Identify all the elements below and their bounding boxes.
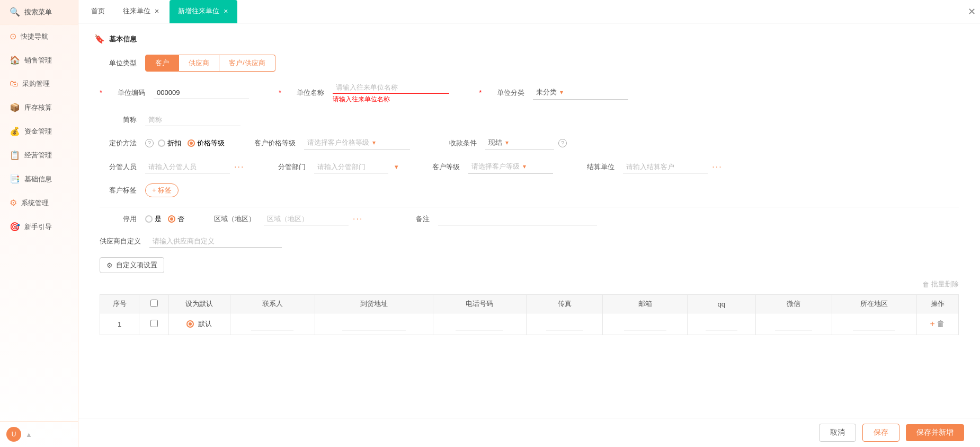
row-phone[interactable] [433,313,527,335]
unit-type-supplier[interactable]: 供应商 [179,55,219,72]
supplier-custom-input[interactable] [149,235,282,248]
region-input[interactable] [264,213,349,225]
sidebar-item-finance[interactable]: 💰 资金管理 [0,119,78,143]
pricing-label: 定价方法 [100,138,137,148]
sidebar-item-purchase[interactable]: 🛍 采购管理 [0,72,78,95]
customer-price-level-select[interactable]: 请选择客户价格等级 ▾ [304,136,410,150]
region-label: 区域（地区） [214,214,255,224]
pricing-discount-dot [158,139,165,147]
unit-code-input[interactable] [154,86,249,99]
unit-category-select[interactable]: 未分类 ▾ [533,85,628,100]
customer-level-select[interactable]: 请选择客户等级 ▾ [468,160,553,174]
select-all-checkbox[interactable] [150,300,158,307]
remark-input[interactable] [438,213,597,225]
sidebar-item-inventory[interactable]: 📦 库存核算 [0,95,78,119]
guide-icon: 🎯 [10,222,20,232]
col-phone: 电话号码 [433,295,527,313]
row-delete-button[interactable]: 🗑 [937,319,945,329]
row-default-dot [186,320,194,328]
sidebar-item-search[interactable]: 🔍 搜索菜单 [0,0,78,24]
tab-bar: 首页 往来单位 × 新增往来单位 × ✕ [78,0,980,23]
disabled-no-dot [168,215,175,223]
sidebar-item-operations[interactable]: 📋 经营管理 [0,143,78,167]
save-button[interactable]: 保存 [862,424,899,442]
tab-new-partner-close[interactable]: × [222,7,229,15]
row-area[interactable] [832,313,916,335]
sidebar-item-guide[interactable]: 🎯 新手引导 [0,215,78,239]
email-input[interactable] [624,318,666,330]
tab-new-partner[interactable]: 新增往来单位 × [170,0,237,23]
custom-settings-icon: ⚙ [106,261,113,269]
area-input[interactable] [853,318,895,330]
fax-input[interactable] [546,318,583,330]
custom-settings-section: ⚙ 自定义项设置 🗑 批量删除 序号 设为默认 联系人 到货地址 电话号码 [94,257,964,335]
col-check [139,295,168,313]
disabled-yes-dot [145,215,153,223]
remark-label: 备注 [393,214,430,224]
batch-delete-icon: 🗑 [922,281,929,288]
payment-terms-help-icon[interactable]: ? [558,139,567,147]
row-checkbox[interactable] [150,320,158,327]
batch-delete-section[interactable]: 🗑 批量删除 [100,279,959,289]
sidebar-item-basic[interactable]: 📑 基础信息 [0,167,78,191]
unit-type-both[interactable]: 客户/供应商 [219,55,275,72]
wechat-input[interactable] [775,318,812,330]
row-address[interactable] [315,313,433,335]
pricing-discount[interactable]: 折扣 [158,138,181,148]
sales-icon: 🏠 [10,55,20,65]
section-basic-info: 🔖 基本信息 [94,34,964,44]
contacts-table: 序号 设为默认 联系人 到货地址 电话号码 传真 邮箱 qq 微信 所在地区 操… [100,294,959,335]
tab-home[interactable]: 首页 [83,0,113,23]
pricing-price-level[interactable]: 价格等级 [188,138,225,148]
bottom-bar: 取消 保存 保存并新增 [78,418,980,447]
settlement-more-button[interactable]: ··· [712,162,722,172]
manager-input[interactable] [145,161,230,173]
col-fax: 传真 [526,295,602,313]
col-default: 设为默认 [168,295,230,313]
custom-settings-button[interactable]: ⚙ 自定义项设置 [100,257,164,273]
unit-type-customer[interactable]: 客户 [145,55,179,72]
phone-input[interactable] [456,318,503,330]
row-qq[interactable] [688,313,755,335]
disabled-yes[interactable]: 是 [145,214,162,224]
region-more-button[interactable]: ··· [353,214,363,224]
sidebar-bottom: U ▲ [0,421,78,447]
contact-input[interactable] [251,318,293,330]
manager-more-button[interactable]: ··· [234,162,244,172]
table-body: 1 默认 [100,313,959,335]
row-add-button[interactable]: + [930,319,934,329]
row-email[interactable] [603,313,688,335]
main: 首页 往来单位 × 新增往来单位 × ✕ 🔖 基本信息 单位类型 客户 供应商 … [78,0,980,447]
purchase-icon: 🛍 [10,79,18,89]
add-tag-button[interactable]: + 标签 [145,183,179,197]
row-wechat[interactable] [755,313,832,335]
save-new-button[interactable]: 保存并新增 [906,424,964,441]
alias-input[interactable] [145,113,240,126]
pricing-row: 定价方法 ? 折扣 价格等级 客户价格等级 请选择客户价格等级 ▾ [100,136,959,150]
disabled-no[interactable]: 否 [168,214,184,224]
tab-partners[interactable]: 往来单位 × [114,0,168,23]
sidebar-item-system[interactable]: ⚙ 系统管理 [0,191,78,215]
col-contact: 联系人 [230,295,315,313]
pricing-help-icon[interactable]: ? [145,139,154,147]
unit-name-error: 请输入往来单位名称 [333,95,449,104]
qq-input[interactable] [706,318,737,330]
row-default-label: 默认 [198,319,212,329]
address-input[interactable] [342,318,406,330]
close-all-tabs-button[interactable]: ✕ [968,6,976,17]
content-area: 🔖 基本信息 单位类型 客户 供应商 客户/供应商 * 单位编码 * 单位名称 [78,23,980,418]
form-divider [100,207,959,207]
cancel-button[interactable]: 取消 [819,424,856,442]
settlement-unit-input[interactable] [623,161,708,173]
row-default-radio[interactable]: 默认 [174,319,225,329]
tab-partners-close[interactable]: × [154,7,160,15]
unit-name-input[interactable] [333,81,449,94]
col-seq: 序号 [100,295,139,313]
row-contact[interactable] [230,313,315,335]
sidebar-item-quick-nav[interactable]: ⊙ 快捷导航 [0,24,78,48]
payment-terms-select[interactable]: 现结 ▾ [485,136,554,150]
row-fax[interactable] [526,313,602,335]
sidebar-item-sales[interactable]: 🏠 销售管理 [0,48,78,72]
department-input[interactable] [314,161,388,173]
unit-code-label: 单位编码 [108,88,145,98]
